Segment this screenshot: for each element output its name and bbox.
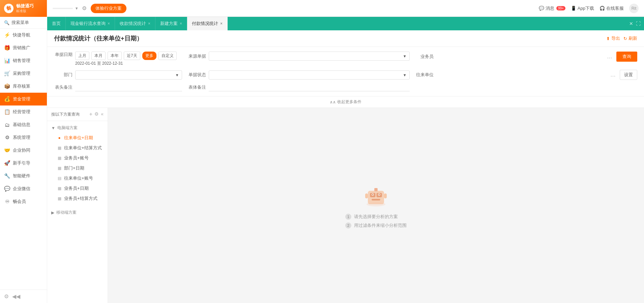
quicknav-icon: ⚡ [4, 32, 10, 38]
tab-home[interactable]: 首页 [47, 17, 66, 30]
sidebar-item-collab[interactable]: 🤝 企业协同 [0, 144, 47, 157]
tab-payments[interactable]: 付款情况统计 × [187, 17, 228, 30]
online-service-label: 在线客服 [606, 5, 624, 11]
dept-select[interactable]: ▾ [75, 70, 182, 80]
counterpart-ellipsis[interactable]: … [609, 72, 617, 78]
scheme-counterpart-date[interactable]: ● 往来单位+日期 [47, 133, 108, 143]
empty-illustration [359, 183, 393, 210]
avatar: Rit [629, 4, 639, 13]
app-download-item[interactable]: 📱 App下载 [571, 5, 594, 11]
mobile-section-title[interactable]: ▶ 移动端方案 [47, 208, 108, 217]
search-menu[interactable]: 🔍 搜索菜单 [0, 17, 47, 29]
company-name [53, 8, 73, 9]
empty-hint-2: 2 用过滤条件来缩小分析范围 [345, 222, 407, 229]
scheme-header-actions: + ⚙ « [89, 111, 104, 117]
scheme-counterpart-date-label: 往来单位+日期 [64, 135, 93, 141]
topbar-settings-icon[interactable]: ⚙ [82, 5, 87, 11]
purchase-label: 采购管理 [13, 70, 30, 77]
inventory-label: 库存核算 [13, 83, 30, 89]
scheme-counterpart-settlement-label: 往来单位+结算方式 [64, 145, 102, 151]
collapse-sidebar-icon[interactable]: ◀◀ [12, 293, 20, 300]
desktop-section-title[interactable]: ▼ 电脑端方案 [47, 123, 108, 133]
sidebar-item-basic[interactable]: 🗂 基础信息 [0, 118, 47, 131]
basic-icon: 🗂 [4, 122, 10, 128]
salesperson-ellipsis[interactable]: … [606, 54, 614, 60]
messages-label: 消息 [546, 5, 554, 11]
filter-panel: 单据日期 上月 本月 本年 近7天 更多 自定义 2022-01-01 至 20… [47, 47, 644, 96]
table-header-note-input[interactable] [75, 83, 182, 91]
content-area: 付款情况统计（往来单位+日期） ⬆ 导出 ↻ 刷新 单据日期 [47, 30, 644, 303]
hint-text-1: 请先选择要分析的方案 [354, 214, 398, 220]
tab-bank-close[interactable]: × [108, 21, 110, 26]
user-profile[interactable]: Rit [629, 4, 639, 13]
date-range-text: 2022-01-01 至 2022-12-31 [75, 61, 177, 66]
wechat-icon: 💬 [4, 186, 10, 192]
dept-label: 部门 [54, 72, 72, 78]
hardware-icon: 🔧 [4, 173, 10, 179]
tab-receipts[interactable]: 收款情况统计 × [115, 17, 155, 30]
setting-btn[interactable]: 设置 [620, 70, 637, 80]
scheme-salesperson-account[interactable]: ▦ 业务员+账号 [47, 153, 108, 163]
industry-btn[interactable]: 体验行业方案 [91, 4, 126, 13]
sidebar-item-system[interactable]: ⚙ 系统管理 [0, 131, 47, 144]
scheme-counterpart-settlement[interactable]: ▦ 往来单位+结算方式 [47, 143, 108, 153]
finance-icon: 💰 [4, 96, 10, 102]
table-body-note-input[interactable] [209, 83, 410, 91]
collab-icon: 🤝 [4, 147, 10, 153]
scheme-dept-date[interactable]: ▦ 部门+日期 [47, 163, 108, 173]
sidebar-item-finance[interactable]: 💰 资金管理 [0, 93, 47, 105]
body-area: 按以下方案查询 + ⚙ « ▼ 电脑端方案 ● 往来单位+日期 [47, 108, 644, 303]
scheme-add-icon[interactable]: + [89, 111, 92, 117]
hint-text-2: 用过滤条件来缩小分析范围 [354, 222, 407, 229]
sidebar-item-sales[interactable]: 📊 销售管理 [0, 54, 47, 67]
topbar-right: 💬 消息 99+ 📱 App下载 🎧 在线客服 Rit [539, 4, 639, 13]
tab-expand-icon[interactable]: ⛶ [636, 21, 641, 26]
query-btn[interactable]: 查询 [616, 52, 637, 62]
date-label: 单据日期 [54, 52, 72, 58]
scheme-salesperson-settlement[interactable]: ▦ 业务员+结算方式 [47, 193, 108, 204]
sidebar-item-inventory[interactable]: 📦 库存核算 [0, 80, 47, 93]
refresh-btn[interactable]: ↻ 刷新 [623, 35, 637, 41]
date-btn-7days[interactable]: 近7天 [124, 52, 140, 60]
date-btn-this-year[interactable]: 本年 [108, 52, 122, 60]
settings-footer-icon[interactable]: ⚙ [4, 293, 9, 300]
tab-new-scheme-close[interactable]: × [180, 21, 182, 26]
refresh-label: 刷新 [628, 35, 637, 41]
sidebar-item-operations[interactable]: 📋 经营管理 [0, 105, 47, 118]
source-select[interactable]: ▾ [209, 52, 410, 61]
scheme-collapse-icon[interactable]: « [101, 111, 104, 117]
tab-receipts-close[interactable]: × [148, 21, 150, 26]
scheme-salesperson-account-label: 业务员+账号 [64, 155, 89, 161]
tab-bank[interactable]: 现金银行流水查询 × [66, 17, 115, 30]
export-btn[interactable]: ⬆ 导出 [606, 35, 620, 41]
date-btn-this-month[interactable]: 本月 [91, 52, 106, 60]
messages-item[interactable]: 💬 消息 99+ [539, 5, 565, 11]
voucher-status-select[interactable]: ▾ [209, 70, 410, 80]
collapse-bar[interactable]: ∧∧ 收起更多条件 [47, 96, 644, 108]
scheme-salesperson-date[interactable]: ▦ 业务员+日期 [47, 183, 108, 193]
online-service-item[interactable]: 🎧 在线客服 [599, 5, 624, 11]
sidebar-item-member[interactable]: ♾ 畅会员 [0, 195, 47, 208]
date-btn-last-month[interactable]: 上月 [75, 52, 89, 60]
tab-payments-label: 付款情况统计 [192, 21, 218, 27]
collapse-label: 收起更多条件 [337, 99, 361, 105]
sidebar-item-purchase[interactable]: 🛒 采购管理 [0, 67, 47, 80]
sidebar-item-quicknav[interactable]: ⚡ 快捷导航 [0, 29, 47, 41]
date-btn-custom[interactable]: 自定义 [158, 52, 177, 60]
finance-label: 资金管理 [13, 96, 30, 102]
page-title: 付款情况统计（往来单位+日期） [54, 34, 143, 42]
date-btn-more[interactable]: 更多 [142, 52, 156, 60]
topbar-dropdown-icon[interactable]: ▾ [76, 6, 78, 11]
tab-close-all-icon[interactable]: ✕ [629, 21, 633, 26]
sidebar-item-marketing[interactable]: 🎁 营销推广 [0, 41, 47, 54]
sidebar-item-hardware[interactable]: 🔧 智能硬件 [0, 170, 47, 182]
tab-new-scheme[interactable]: 新建方案 × [155, 17, 187, 30]
date-options: 上月 本月 本年 近7天 更多 自定义 2022-01-01 至 2022-12… [75, 52, 177, 66]
marketing-label: 营销推广 [13, 45, 30, 51]
sidebar-item-wechat[interactable]: 💬 企业微信 [0, 182, 47, 195]
tab-payments-close[interactable]: × [220, 21, 223, 26]
sidebar-item-guide[interactable]: 🚀 新手引导 [0, 157, 47, 170]
collab-label: 企业协同 [13, 147, 30, 153]
scheme-setting-icon[interactable]: ⚙ [94, 111, 99, 117]
scheme-counterpart-account[interactable]: ▤ 往来单位+账号 [47, 173, 108, 183]
